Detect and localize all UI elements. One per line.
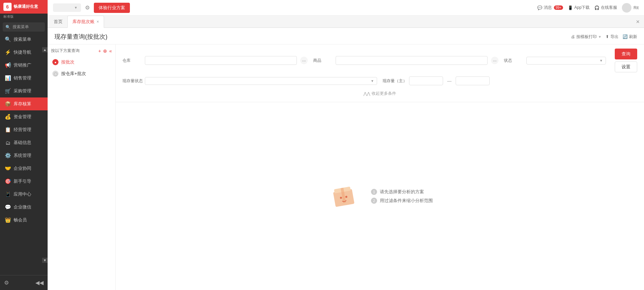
- sidebar-bottom: ⚙ ◀◀: [0, 275, 48, 290]
- goods-more-btn[interactable]: ···: [491, 57, 498, 64]
- breadcrumb[interactable]: ▼: [53, 3, 81, 12]
- add-plan-icon[interactable]: +: [98, 48, 101, 54]
- stock-qty-from-input[interactable]: [409, 76, 443, 85]
- empty-state-content: 1 请先选择要分析的方案 2 用过滤条件来缩小分析范围: [327, 179, 433, 213]
- plan-item-warehouse-batch-label: 按仓库+批次: [61, 71, 86, 77]
- sidebar-item-system[interactable]: ⚙️ 系统管理: [0, 149, 48, 162]
- refresh-btn[interactable]: 🔄 刷新: [623, 34, 637, 40]
- sidebar-scroll-down[interactable]: ▼: [42, 258, 48, 263]
- empty-icon: [327, 179, 361, 213]
- sidebar-item-purchase[interactable]: 🛒 采购管理: [0, 85, 48, 97]
- content-close-btn[interactable]: ✕: [633, 18, 643, 26]
- app-download-label: App下载: [574, 5, 590, 11]
- goods-field: 商品 ···: [313, 56, 498, 65]
- nav-label-vip: 畅会员: [14, 217, 27, 223]
- nav-icon-wechat: 💬: [5, 204, 11, 210]
- tip-text-2: 用过滤条件来缩小分析范围: [380, 198, 433, 204]
- sidebar-item-sales[interactable]: 📊 销售管理: [0, 72, 48, 85]
- status-field: 状态 ▼: [504, 57, 606, 65]
- sidebar-item-finance[interactable]: 💰 资金管理: [0, 110, 48, 123]
- app-download-action[interactable]: 📱 App下载: [568, 5, 590, 11]
- nav-label-app-center: 应用中心: [14, 191, 31, 197]
- plan-settings-icon[interactable]: ⊕: [103, 48, 107, 54]
- warehouse-field: 仓库 ···: [122, 56, 308, 65]
- warehouse-more-btn[interactable]: ···: [300, 57, 308, 64]
- tab-home[interactable]: 首页: [49, 16, 67, 28]
- plan-item-warehouse-batch[interactable]: ◯ 按仓库+批次: [48, 68, 115, 79]
- sidebar: 6 畅康通好生意 标准版 🔍 搜索菜单 ▲ 🔍 搜索菜单 ⚡ 快捷导航 📢 营销…: [0, 0, 48, 290]
- goods-input[interactable]: [336, 56, 488, 65]
- breadcrumb-arrow-icon: ▼: [74, 6, 78, 10]
- trial-btn[interactable]: 体验行业方案: [94, 3, 130, 13]
- sidebar-item-search[interactable]: 🔍 搜索菜单: [0, 33, 48, 46]
- online-service-action[interactable]: 🎧 在线客服: [594, 5, 617, 11]
- sidebar-item-app-center[interactable]: 📱 应用中心: [0, 188, 48, 201]
- sidebar-item-operation[interactable]: 📋 经营管理: [0, 123, 48, 136]
- online-service-label: 在线客服: [601, 5, 617, 11]
- nav-icon-finance: 💰: [5, 114, 11, 120]
- tip-text-1: 请先选择要分析的方案: [380, 189, 424, 195]
- print-label: 按模板打印: [576, 34, 597, 40]
- nav-icon-operation: 📋: [5, 127, 11, 133]
- sidebar-item-guide[interactable]: 🎯 新手引导: [0, 175, 48, 188]
- sidebar-item-marketing[interactable]: 📢 营销推广: [0, 59, 48, 72]
- plan-item-batch[interactable]: ● 按批次: [48, 56, 115, 68]
- right-content: 仓库 ··· 商品 ··· 状态: [116, 44, 644, 290]
- collapse-panel-icon[interactable]: «: [109, 48, 112, 54]
- print-dropdown-icon: ▼: [598, 35, 601, 39]
- print-btn[interactable]: 🖨 按模板打印 ▼: [571, 34, 601, 40]
- search-icon: 🔍: [5, 25, 11, 30]
- sidebar-item-inventory[interactable]: 📦 库存核算: [0, 97, 48, 110]
- app-version: 标准版: [0, 14, 48, 21]
- nav-label-inventory: 库存核算: [14, 101, 31, 107]
- nav-icon-quick-nav: ⚡: [5, 49, 11, 55]
- tab-close-icon[interactable]: ×: [97, 20, 99, 24]
- warehouse-input[interactable]: [145, 56, 297, 65]
- collapse-up-icon: ⋀⋀: [363, 91, 370, 96]
- export-btn[interactable]: ⬆ 导出: [606, 34, 618, 40]
- sidebar-item-quick-nav[interactable]: ⚡ 快捷导航: [0, 46, 48, 59]
- nav-icon-sales: 📊: [5, 75, 11, 81]
- breadcrumb-text: [56, 5, 73, 11]
- nav-label-purchase: 采购管理: [14, 88, 31, 94]
- search-menu-label: 搜索菜单: [13, 24, 29, 30]
- tip-num-1: 1: [371, 189, 377, 195]
- status-label: 状态: [504, 58, 524, 64]
- sidebar-item-basic[interactable]: 🗂 基础信息: [0, 136, 48, 149]
- page-header: 现存量查询(按批次) 🖨 按模板打印 ▼ ⬆ 导出 🔄 刷新: [48, 28, 644, 44]
- left-panel-actions: + ⊕ «: [98, 48, 112, 54]
- collapse-sidebar-btn[interactable]: ◀◀: [34, 278, 45, 287]
- sidebar-item-wechat[interactable]: 💬 企业微信: [0, 201, 48, 214]
- topbar-right: 💬 消息 99+ 📱 App下载 🎧 在线客服 Rit: [537, 3, 639, 13]
- collapse-label: 收起更多条件: [372, 91, 396, 96]
- sidebar-scroll-up[interactable]: ▲: [42, 47, 48, 52]
- search-menu[interactable]: 🔍 搜索菜单: [3, 22, 45, 32]
- plan-item-batch-label: 按批次: [61, 59, 74, 65]
- nav-icon-vip: 👑: [5, 217, 11, 223]
- empty-tip-2: 2 用过滤条件来缩小分析范围: [371, 198, 433, 204]
- settings-btn[interactable]: 设置: [615, 61, 637, 72]
- topbar-gear-icon[interactable]: ⚙: [84, 3, 91, 12]
- stock-qty-to-input[interactable]: [456, 76, 490, 85]
- message-action[interactable]: 💬 消息 99+: [537, 5, 563, 11]
- sidebar-item-enterprise[interactable]: 🤝 企业协同: [0, 162, 48, 175]
- refresh-icon: 🔄: [623, 34, 628, 39]
- stock-status-select[interactable]: ▼: [145, 77, 377, 85]
- sidebar-item-vip[interactable]: 👑 畅会员: [0, 214, 48, 226]
- user-info[interactable]: Rit: [622, 3, 639, 13]
- settings-bottom-icon[interactable]: ⚙: [3, 278, 10, 287]
- nav-icon-enterprise: 🤝: [5, 165, 11, 171]
- query-btn[interactable]: 查询: [615, 49, 637, 59]
- nav-label-system: 系统管理: [14, 152, 31, 159]
- tip-num-2: 2: [371, 198, 377, 204]
- content: 现存量查询(按批次) 🖨 按模板打印 ▼ ⬆ 导出 🔄 刷新: [48, 28, 644, 290]
- tab-bar-right: ✕: [633, 18, 643, 26]
- main-area: ▼ ⚙ 体验行业方案 💬 消息 99+ 📱 App下载 🎧 在线客服 Rit: [48, 0, 644, 290]
- tab-inventory[interactable]: 库存批次账 ×: [67, 16, 104, 28]
- plan-dot-active: ●: [52, 59, 58, 65]
- status-select[interactable]: ▼: [526, 57, 606, 65]
- collapse-row[interactable]: ⋀⋀ 收起更多条件: [122, 89, 637, 98]
- tab-home-label: 首页: [54, 19, 63, 25]
- app-name: 畅康通好生意: [14, 4, 38, 10]
- empty-box-svg: [327, 179, 361, 213]
